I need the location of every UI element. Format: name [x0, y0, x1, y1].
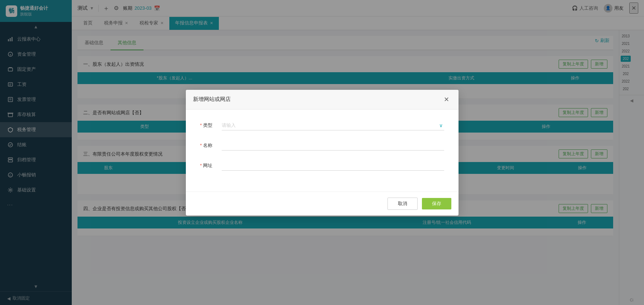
name-input[interactable]: [222, 140, 444, 151]
modal-body: * 类型 ∨ * 名称 *: [186, 110, 459, 191]
name-label: * 名称: [200, 142, 222, 149]
url-label: * 网址: [200, 162, 222, 169]
type-label-text: 类型: [203, 123, 212, 128]
modal-overlay: 新增网站或网店 ✕ * 类型 ∨ * 名称: [0, 0, 644, 305]
name-label-text: 名称: [203, 143, 212, 148]
form-row-name: * 名称: [200, 140, 444, 151]
url-input-wrap: [222, 161, 444, 171]
type-input[interactable]: [222, 120, 444, 130]
form-row-type: * 类型 ∨: [200, 120, 444, 130]
save-button[interactable]: 保存: [422, 198, 451, 209]
type-input-wrap: ∨: [222, 120, 444, 130]
modal-title: 新增网站或网店: [193, 96, 231, 103]
required-star-url: *: [200, 163, 202, 168]
modal-footer: 取消 保存: [186, 191, 459, 216]
modal-header: 新增网站或网店 ✕: [186, 90, 459, 110]
type-label: * 类型: [200, 122, 222, 129]
cancel-button[interactable]: 取消: [387, 198, 418, 210]
required-star-type: *: [200, 123, 202, 128]
url-label-text: 网址: [203, 163, 212, 168]
name-input-wrap: [222, 140, 444, 151]
url-input[interactable]: [222, 161, 444, 171]
form-row-url: * 网址: [200, 161, 444, 171]
add-website-modal: 新增网站或网店 ✕ * 类型 ∨ * 名称: [186, 90, 459, 216]
modal-close-button[interactable]: ✕: [442, 95, 451, 104]
required-star-name: *: [200, 143, 202, 148]
